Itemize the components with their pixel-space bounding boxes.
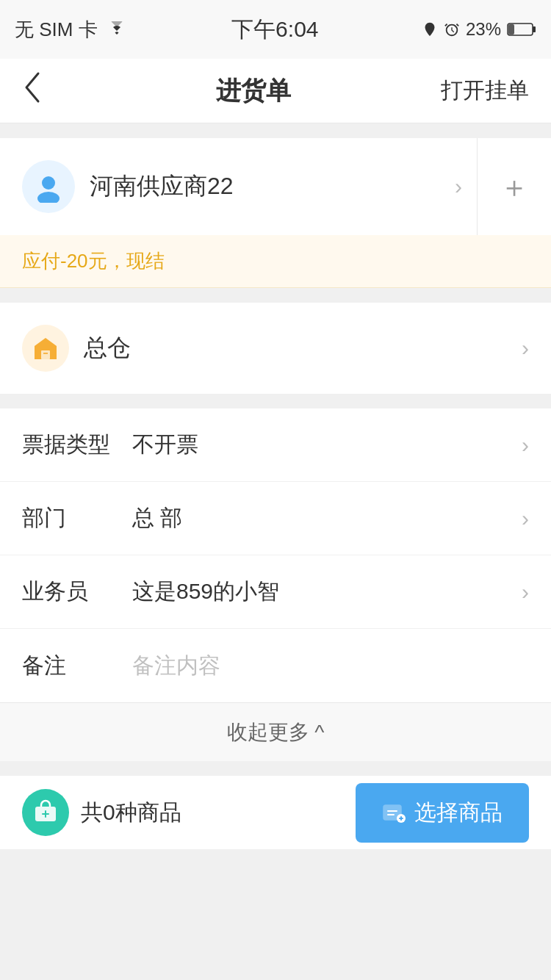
supplier-name: 河南供应商22 bbox=[90, 170, 440, 203]
nav-bar: 进货单 打开挂单 bbox=[0, 59, 551, 123]
add-supplier-button[interactable]: ＋ bbox=[478, 138, 551, 235]
back-button[interactable] bbox=[22, 71, 66, 111]
notice-text: 应付-20元，现结 bbox=[22, 250, 165, 272]
section-gap-1 bbox=[0, 123, 551, 138]
remark-row[interactable]: 备注 备注内容 bbox=[0, 629, 551, 702]
select-product-button[interactable]: 选择商品 bbox=[356, 783, 529, 843]
salesperson-row[interactable]: 业务员 这是859的小智 › bbox=[0, 555, 551, 629]
notice-banner: 应付-20元，现结 bbox=[0, 235, 551, 288]
collapse-text: 收起更多 ^ bbox=[227, 718, 325, 746]
svg-rect-2 bbox=[533, 26, 536, 32]
form-section: 票据类型 不开票 › 部门 总 部 › 业务员 这是859的小智 › 备注 备注… bbox=[0, 408, 551, 702]
status-right: 23% bbox=[422, 19, 536, 40]
department-label: 部门 bbox=[22, 503, 132, 533]
wifi-icon bbox=[105, 21, 129, 37]
select-product-icon bbox=[382, 801, 406, 824]
supplier-chevron-icon: › bbox=[440, 174, 477, 199]
warehouse-icon bbox=[22, 325, 69, 372]
signal-text: 无 SIM 卡 bbox=[15, 17, 98, 43]
invoice-value: 不开票 bbox=[132, 430, 514, 460]
location-icon bbox=[422, 21, 438, 37]
invoice-type-row[interactable]: 票据类型 不开票 › bbox=[0, 408, 551, 482]
department-value: 总 部 bbox=[132, 503, 514, 533]
status-left: 无 SIM 卡 bbox=[15, 17, 129, 43]
salesperson-label: 业务员 bbox=[22, 577, 132, 607]
product-count-area: 共0种商品 bbox=[22, 789, 181, 836]
status-bar: 无 SIM 卡 下午6:04 23% bbox=[0, 0, 551, 59]
page-background bbox=[0, 849, 551, 980]
select-product-label: 选择商品 bbox=[414, 798, 503, 828]
bottom-bar: 共0种商品 选择商品 bbox=[0, 776, 551, 849]
warehouse-chevron-icon: › bbox=[522, 336, 529, 361]
warehouse-name: 总仓 bbox=[84, 332, 522, 364]
svg-point-5 bbox=[37, 192, 60, 203]
open-pending-button[interactable]: 打开挂单 bbox=[441, 76, 529, 106]
remark-label: 备注 bbox=[22, 651, 132, 681]
salesperson-value: 这是859的小智 bbox=[132, 577, 514, 607]
product-icon bbox=[22, 789, 69, 836]
supplier-avatar bbox=[22, 160, 75, 213]
collapse-more-button[interactable]: 收起更多 ^ bbox=[0, 702, 551, 761]
status-time: 下午6:04 bbox=[231, 15, 318, 45]
page-title: 进货单 bbox=[216, 74, 291, 108]
department-chevron-icon: › bbox=[522, 506, 529, 531]
invoice-chevron-icon: › bbox=[522, 433, 529, 458]
remark-input[interactable]: 备注内容 bbox=[132, 651, 529, 681]
department-row[interactable]: 部门 总 部 › bbox=[0, 482, 551, 555]
alarm-icon bbox=[444, 21, 460, 37]
svg-rect-6 bbox=[41, 350, 50, 359]
svg-point-4 bbox=[42, 176, 55, 190]
product-count-text: 共0种商品 bbox=[81, 798, 181, 828]
battery-icon bbox=[507, 21, 536, 37]
invoice-label: 票据类型 bbox=[22, 430, 132, 460]
battery-text: 23% bbox=[466, 19, 501, 40]
salesperson-chevron-icon: › bbox=[522, 580, 529, 605]
warehouse-section[interactable]: 总仓 › bbox=[0, 303, 551, 394]
svg-rect-3 bbox=[508, 24, 514, 35]
supplier-select-area[interactable]: 河南供应商22 › bbox=[0, 138, 478, 235]
supplier-section: 河南供应商22 › ＋ bbox=[0, 138, 551, 235]
